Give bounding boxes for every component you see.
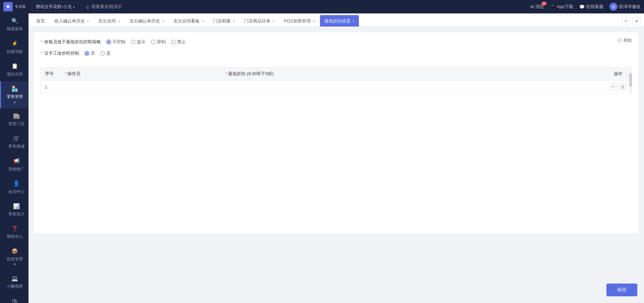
table-header: 序号 *操作员 *最低折扣 (9.00等于9折) 操作 (41, 67, 632, 81)
sidebar-item-member-center[interactable]: 👤 会员中心 (0, 176, 29, 198)
help-circle-icon: ⓘ (618, 38, 622, 44)
close-icon[interactable]: × (353, 19, 355, 23)
tab-home[interactable]: 首页 (32, 15, 49, 27)
close-icon[interactable]: × (87, 19, 89, 23)
sidebar-item-label: 快捷导航 (7, 49, 23, 55)
sidebar-item-retail-mall[interactable]: 🛒 零售商城 (0, 131, 29, 153)
messages-button[interactable]: ✉ 消息 8 (530, 4, 544, 10)
sidebar-item-label: 项目合同 (7, 71, 23, 77)
sidebar-item-label: 会员中心 (8, 189, 24, 195)
divider (82, 3, 82, 10)
sidebar-item-search[interactable]: 🔍 搜索菜单 (0, 13, 29, 36)
col-discount-header: *最低折扣 (9.00等于9折) (222, 67, 605, 81)
close-icon[interactable]: × (162, 19, 164, 23)
close-icon[interactable]: × (313, 19, 315, 23)
scrollbar-thumb (629, 73, 632, 87)
option-label: 不控制 (112, 39, 125, 45)
tab-pos-password[interactable]: POS加密管理 × (280, 15, 319, 27)
sidebar-item-label: 批发管理 (7, 256, 23, 262)
sidebar-item-marketing[interactable]: 📢 营销推广 (0, 153, 29, 176)
sidebar-item-retail-mgmt[interactable]: 🏪 零售管理 ▲ (0, 81, 29, 108)
online-service-button[interactable]: 💬 在线客服 (579, 4, 603, 10)
contract-icon: 📋 (11, 62, 18, 70)
demo-label: 我要看实例演示 (91, 4, 122, 10)
sidebar-item-quick-nav[interactable]: ⚡ 快捷导航 (0, 36, 29, 58)
table-body: 1 ✏ 🗑 (41, 81, 632, 94)
search-icon: 🔍 (11, 17, 18, 25)
manual-price-option-no[interactable]: 否 (85, 50, 95, 56)
tab-label: 支出合同看板 (173, 18, 200, 24)
policy-option-password[interactable]: 密码 (151, 39, 166, 45)
close-icon[interactable]: × (202, 19, 204, 23)
sidebar-item-project-contract[interactable]: 📋 项目合同 (0, 58, 29, 81)
demo-link[interactable]: ◎ 我要看实例演示 (86, 4, 122, 10)
radio-unchecked-icon (100, 51, 105, 56)
required-mark: * (41, 51, 42, 56)
policy-radio-group: 不控制 提示 密码 禁止 (106, 39, 186, 45)
radio-unchecked-icon (171, 40, 176, 44)
close-icon[interactable]: × (272, 19, 274, 23)
app-download-label: App下载 (557, 4, 573, 10)
tabbar: 首页 收入确认单历史 × 支出合同 × 支出确认单历史 × 支出合同看板 × 门… (29, 13, 644, 27)
logo-text: 专业版 (15, 4, 26, 9)
help-button[interactable]: ⓘ 帮助 (618, 38, 632, 44)
sidebar-item-ecommerce[interactable]: 💻 小畅电商 (0, 271, 29, 293)
tab-payment-confirm[interactable]: 支出确认单历史 × (125, 15, 168, 27)
tab-label: 门店商品目录 (244, 18, 270, 24)
col-seq-header: 序号 (41, 67, 61, 81)
sidebar-item-wholesale-mgmt[interactable]: 📦 批发管理 ▼ (0, 244, 29, 271)
tab-label: 支出合同 (98, 18, 116, 24)
circle-icon: ◎ (86, 4, 89, 9)
manual-price-label: * 仅手工改价时控制 (41, 50, 79, 56)
project-selector[interactable]: 测试分开花程-小兄 ▾ (32, 2, 78, 11)
sidebar-item-smart-store[interactable]: 🏬 智慧门店 (0, 108, 29, 131)
content-area: 首页 收入确认单历史 × 支出合同 × 支出确认单历史 × 支出合同看板 × 门… (29, 13, 644, 303)
close-icon[interactable]: × (233, 19, 235, 23)
main-layout: 🔍 搜索菜单 ⚡ 快捷导航 📋 项目合同 🏪 零售管理 ▲ 🏬 智慧门店 🛒 零… (0, 13, 644, 303)
option-label: 是 (106, 50, 111, 56)
expand-arrow-icon: ▲ (13, 100, 16, 104)
sidebar-item-label: 零售管理 (7, 94, 23, 100)
sidebar-item-label: 帮助中心 (7, 234, 23, 240)
user-menu[interactable]: 徐 徐泽华修改 (609, 3, 641, 11)
tab-store-file[interactable]: 门店档案 × (209, 15, 239, 27)
policy-label: * 收银员低于最低折扣控制策略 (41, 39, 101, 45)
policy-option-no-control[interactable]: 不控制 (106, 39, 125, 45)
tab-menu-button[interactable]: ▾ (633, 17, 641, 25)
sidebar-item-retail-stats[interactable]: 📊 零售统计 (0, 199, 29, 221)
table-scrollbar[interactable] (629, 73, 632, 94)
sidebar-item-label: 搜索菜单 (7, 26, 23, 32)
quick-nav-icon: ⚡ (11, 40, 18, 47)
tab-close-button[interactable]: × (622, 17, 630, 25)
logo-icon: 畅 (3, 2, 13, 11)
sidebar-item-label: 营销推广 (8, 166, 24, 172)
ecommerce-icon: 💻 (11, 275, 18, 282)
cell-discount (222, 81, 605, 94)
close-icon[interactable]: × (118, 19, 120, 23)
edit-icon[interactable]: ✏ (610, 83, 617, 91)
delete-icon[interactable]: 🗑 (619, 83, 627, 91)
app-download-button[interactable]: 📱 App下载 (550, 4, 573, 10)
tab-label: 首页 (36, 18, 45, 24)
save-button[interactable]: 保存 (606, 284, 637, 296)
tab-payment-contract[interactable]: 支出合同 × (94, 15, 124, 27)
tab-income-confirm[interactable]: 收入确认单历史 × (50, 15, 93, 27)
tabbar-controls: × ▾ (622, 17, 641, 27)
tab-store-goods[interactable]: 门店商品目录 × (240, 15, 279, 27)
sidebar-item-help-center[interactable]: ❓ 帮助中心 (0, 221, 29, 244)
tab-min-discount[interactable]: 最低折扣设置 × (320, 15, 359, 27)
tab-payment-board[interactable]: 支出合同看板 × (169, 15, 208, 27)
manual-price-option-yes[interactable]: 是 (100, 50, 111, 56)
policy-option-forbid[interactable]: 禁止 (171, 39, 186, 45)
sidebar-item-purchase-mgmt[interactable]: 🛍 采购管理 (0, 293, 29, 303)
chevron-down-icon: ▾ (73, 5, 75, 9)
mall-icon: 🛒 (13, 135, 20, 142)
tab-label: 门店档案 (213, 18, 231, 24)
smart-store-icon: 🏬 (13, 112, 20, 120)
cell-operator (61, 81, 222, 94)
policy-form-row: * 收银员低于最低折扣控制策略 不控制 提示 (41, 39, 632, 45)
option-label: 密码 (157, 39, 166, 45)
cell-action: ✏ 🗑 (605, 81, 632, 94)
online-service-label: 在线客服 (586, 4, 603, 10)
policy-option-remind[interactable]: 提示 (131, 39, 146, 45)
